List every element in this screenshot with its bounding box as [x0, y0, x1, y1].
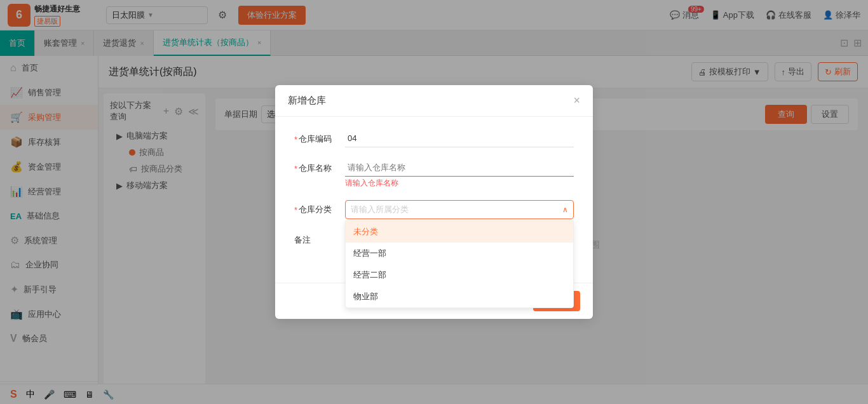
name-input[interactable]: [345, 159, 574, 177]
name-control: 请输入仓库名称: [345, 159, 574, 189]
dialog-add-warehouse: 新增仓库 × * 仓库编码 * 仓库名称 请输入仓库名称: [275, 85, 593, 319]
code-input[interactable]: [345, 130, 574, 147]
dialog-header: 新增仓库 ×: [275, 85, 593, 117]
dropdown-item-1[interactable]: 经营一部: [346, 243, 573, 264]
form-row-name: * 仓库名称 请输入仓库名称: [294, 159, 574, 189]
form-row-code: * 仓库编码: [294, 130, 574, 147]
remark-label: 备注: [294, 231, 345, 246]
code-control: [345, 130, 574, 147]
dropdown-item-3[interactable]: 物业部: [346, 286, 573, 307]
name-label: * 仓库名称: [294, 159, 345, 174]
form-row-category: * 仓库分类 请输入所属分类 ∧ 未分类 经营一部 经营二部 物业部: [294, 200, 574, 219]
name-error-msg: 请输入仓库名称: [345, 178, 574, 189]
category-select[interactable]: 请输入所属分类 ∧: [345, 200, 574, 219]
category-control: 请输入所属分类 ∧ 未分类 经营一部 经营二部 物业部: [345, 200, 574, 219]
dialog-close-btn[interactable]: ×: [573, 94, 580, 107]
dropdown-item-2[interactable]: 经营二部: [346, 264, 573, 286]
code-label: * 仓库编码: [294, 130, 345, 145]
category-placeholder: 请输入所属分类: [351, 204, 409, 215]
category-dropdown: 未分类 经营一部 经营二部 物业部: [345, 220, 574, 308]
select-arrow-up-icon[interactable]: ∧: [562, 205, 568, 214]
category-label: * 仓库分类: [294, 200, 345, 215]
dialog-title: 新增仓库: [288, 95, 326, 107]
dropdown-item-0[interactable]: 未分类: [346, 221, 573, 243]
dialog-body: * 仓库编码 * 仓库名称 请输入仓库名称 * 仓库分类: [275, 117, 593, 283]
